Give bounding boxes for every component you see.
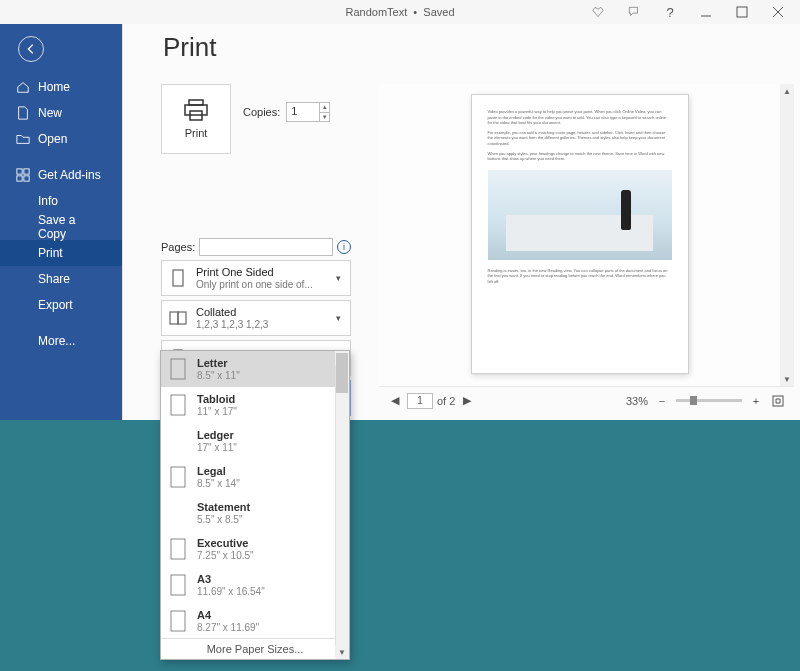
svg-rect-16 — [773, 396, 783, 406]
scroll-up-icon[interactable]: ▲ — [780, 84, 794, 98]
copies-input[interactable]: 1 ▲▼ — [286, 102, 330, 122]
paper-size-option[interactable]: Executive7.25" x 10.5" — [161, 531, 349, 567]
fit-page-button[interactable] — [770, 393, 786, 409]
minimize-button[interactable] — [688, 1, 724, 23]
option-sub: 7.25" x 10.5" — [197, 550, 254, 562]
preview-page: Video provides a powerful way to help yo… — [471, 94, 689, 374]
nav-info[interactable]: Info — [0, 188, 122, 214]
paper-size-option[interactable]: Tabloid11" x 17" — [161, 387, 349, 423]
svg-rect-1 — [737, 7, 747, 17]
setting-sub: Only print on one side of... — [196, 279, 336, 291]
paper-size-dropdown: Letter8.5" x 11"Tabloid11" x 17"Ledger17… — [160, 350, 350, 660]
page-title: Print — [123, 24, 800, 73]
scroll-down-icon[interactable]: ▼ — [780, 372, 794, 386]
svg-rect-6 — [17, 176, 22, 181]
zoom-slider[interactable] — [676, 399, 742, 402]
page-total: of 2 — [437, 395, 455, 407]
option-sub: 11.69" x 16.54" — [197, 586, 265, 598]
prev-page-button[interactable]: ◀ — [387, 393, 403, 409]
premium-icon[interactable] — [580, 1, 616, 23]
paper-size-option[interactable]: Ledger17" x 11" — [161, 423, 349, 459]
nav-home[interactable]: Home — [0, 74, 122, 100]
svg-rect-24 — [171, 611, 185, 631]
paper-size-option[interactable]: Statement5.5" x 8.5" — [161, 495, 349, 531]
setting-collated[interactable]: Collated 1,2,3 1,2,3 1,2,3 ▾ — [161, 300, 351, 336]
nav-open[interactable]: Open — [0, 126, 122, 152]
setting-main: Print One Sided — [196, 266, 336, 279]
addins-icon — [16, 168, 30, 182]
nav-label: Export — [38, 298, 73, 312]
zoom-in-button[interactable]: + — [748, 393, 764, 409]
zoom-out-button[interactable]: − — [654, 393, 670, 409]
chevron-down-icon: ▾ — [336, 313, 346, 323]
dropdown-scrollbar[interactable]: ▲ ▼ — [335, 351, 349, 659]
option-main: A3 — [197, 573, 265, 586]
paper-size-option[interactable]: Legal8.5" x 14" — [161, 459, 349, 495]
paper-icon — [167, 572, 189, 598]
paper-icon — [167, 608, 189, 634]
svg-rect-4 — [17, 169, 22, 174]
nav-print[interactable]: Print — [0, 240, 122, 266]
paper-size-option[interactable]: A311.69" x 16.54" — [161, 567, 349, 603]
scroll-down-icon[interactable]: ▼ — [335, 645, 349, 659]
pages-label: Pages: — [161, 241, 195, 253]
feedback-icon[interactable] — [616, 1, 652, 23]
scroll-thumb[interactable] — [336, 353, 348, 393]
chevron-down-icon: ▾ — [336, 273, 346, 283]
option-sub: 5.5" x 8.5" — [197, 514, 250, 526]
close-button[interactable] — [760, 1, 796, 23]
nav-label: Print — [38, 246, 63, 260]
copies-spinner[interactable]: ▲▼ — [319, 103, 329, 121]
pages-info-icon[interactable]: i — [337, 240, 351, 254]
title-bar: RandomText • Saved ? — [0, 0, 800, 24]
svg-rect-17 — [171, 359, 185, 379]
option-main: Tabloid — [197, 393, 237, 406]
setting-sub: 1,2,3 1,2,3 1,2,3 — [196, 319, 336, 331]
nav-label: Open — [38, 132, 67, 146]
preview-scrollbar[interactable]: ▲ ▼ — [780, 84, 794, 386]
page-number-input[interactable]: 1 — [407, 393, 433, 409]
nav-label: New — [38, 106, 62, 120]
option-main: Executive — [197, 537, 254, 550]
nav-more[interactable]: More... — [0, 328, 122, 354]
nav-get-addins[interactable]: Get Add-ins — [0, 162, 122, 188]
svg-rect-22 — [171, 539, 185, 559]
nav-new[interactable]: New — [0, 100, 122, 126]
app-window: RandomText • Saved ? Home New Open — [0, 0, 800, 671]
preview-footer: ◀ 1 of 2 ▶ 33% − + — [379, 386, 794, 414]
print-button[interactable]: Print — [161, 84, 231, 154]
nav-share[interactable]: Share — [0, 266, 122, 292]
preview-viewport[interactable]: Video provides a powerful way to help yo… — [379, 84, 794, 386]
svg-rect-18 — [171, 395, 185, 415]
next-page-button[interactable]: ▶ — [459, 393, 475, 409]
option-main: Ledger — [197, 429, 237, 442]
svg-rect-23 — [171, 575, 185, 595]
print-button-label: Print — [185, 127, 208, 139]
option-sub: 8.5" x 11" — [197, 370, 240, 382]
back-button[interactable] — [18, 36, 44, 62]
option-main: Legal — [197, 465, 240, 478]
maximize-button[interactable] — [724, 1, 760, 23]
setting-sided[interactable]: Print One Sided Only print on one side o… — [161, 260, 351, 296]
paper-icon — [167, 536, 189, 562]
copies-row: Copies: 1 ▲▼ — [243, 102, 330, 122]
more-paper-sizes[interactable]: More Paper Sizes... — [161, 638, 349, 659]
copies-label: Copies: — [243, 106, 280, 118]
nav-save-copy[interactable]: Save a Copy — [0, 214, 122, 240]
backstage-sidebar: Home New Open Get Add-ins Info Save a Co… — [0, 24, 122, 420]
svg-rect-13 — [178, 312, 186, 324]
printer-icon — [183, 99, 209, 121]
option-sub: 11" x 17" — [197, 406, 237, 418]
print-preview: Video provides a powerful way to help yo… — [379, 84, 794, 414]
option-main: Letter — [197, 357, 240, 370]
paper-size-option[interactable]: Letter8.5" x 11" — [161, 351, 349, 387]
paper-size-option[interactable]: A48.27" x 11.69" — [161, 603, 349, 638]
document-title: RandomText • Saved — [345, 6, 454, 18]
zoom-value: 33% — [626, 395, 648, 407]
nav-export[interactable]: Export — [0, 292, 122, 318]
one-sided-icon — [166, 266, 190, 290]
help-icon[interactable]: ? — [652, 1, 688, 23]
pages-input[interactable] — [199, 238, 333, 256]
collated-icon — [166, 306, 190, 330]
svg-rect-9 — [185, 105, 207, 115]
